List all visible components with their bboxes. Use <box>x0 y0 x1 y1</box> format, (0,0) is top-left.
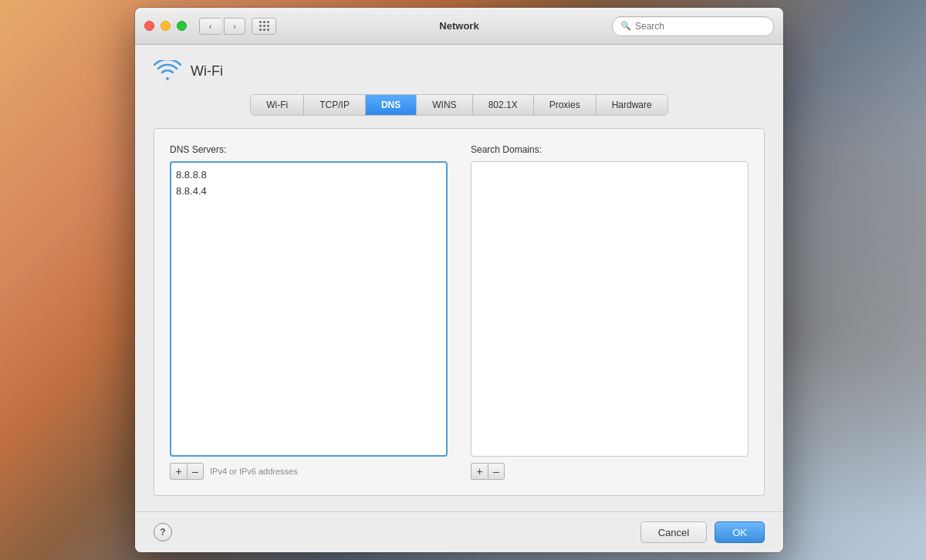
window-title: Network <box>439 20 478 32</box>
search-domains-list[interactable] <box>471 161 749 457</box>
tab-wifi[interactable]: Wi-Fi <box>251 95 304 115</box>
search-list-controls: + – <box>471 463 749 480</box>
tab-802-1x[interactable]: 802.1X <box>473 95 534 115</box>
grid-icon <box>259 21 269 31</box>
tab-dns[interactable]: DNS <box>366 95 417 115</box>
wifi-icon <box>154 60 181 82</box>
ok-button[interactable]: OK <box>715 521 765 543</box>
nav-buttons: ‹ › <box>199 18 245 35</box>
maximize-button[interactable] <box>177 21 187 31</box>
dns-panel: DNS Servers: 8.8.8.88.8.4.4 + – IPv4 or … <box>154 128 765 496</box>
network-window: ‹ › Network 🔍 <box>135 8 783 552</box>
grid-view-button[interactable] <box>252 18 276 35</box>
dns-remove-button[interactable]: – <box>187 463 204 480</box>
wifi-header: Wi-Fi <box>154 60 765 82</box>
dns-entry: 8.8.8.8 <box>176 167 441 184</box>
forward-button[interactable]: › <box>224 18 245 35</box>
back-button[interactable]: ‹ <box>199 18 221 35</box>
close-button[interactable] <box>144 21 154 31</box>
dns-servers-list[interactable]: 8.8.8.88.8.4.4 <box>170 161 448 457</box>
search-add-button[interactable]: + <box>471 463 488 480</box>
dns-servers-column: DNS Servers: 8.8.8.88.8.4.4 + – IPv4 or … <box>170 144 448 480</box>
dns-entry: 8.8.4.4 <box>176 184 441 200</box>
dns-servers-label: DNS Servers: <box>170 144 448 155</box>
main-content: Wi-Fi Wi-Fi TCP/IP DNS WINS 802.1X Proxi… <box>135 45 783 511</box>
traffic-lights <box>144 21 187 31</box>
tabs-row: Wi-Fi TCP/IP DNS WINS 802.1X Proxies Har… <box>250 94 667 116</box>
search-domains-column: Search Domains: + – <box>471 144 749 480</box>
dns-hint: IPv4 or IPv6 addresses <box>210 467 298 476</box>
wifi-name: Wi-Fi <box>191 63 223 79</box>
search-icon: 🔍 <box>620 21 631 31</box>
search-domains-label: Search Domains: <box>471 144 749 155</box>
dns-add-button[interactable]: + <box>170 463 187 480</box>
help-button[interactable]: ? <box>154 523 172 541</box>
bottom-bar: ? Cancel OK <box>135 511 783 552</box>
minimize-button[interactable] <box>161 21 171 31</box>
titlebar: ‹ › Network 🔍 <box>135 8 783 45</box>
tab-proxies[interactable]: Proxies <box>534 95 596 115</box>
action-buttons: Cancel OK <box>640 521 765 543</box>
search-box[interactable]: 🔍 <box>612 16 774 36</box>
tab-tcpip[interactable]: TCP/IP <box>304 95 366 115</box>
tab-hardware[interactable]: Hardware <box>596 95 667 115</box>
search-input[interactable] <box>635 21 765 32</box>
search-remove-button[interactable]: – <box>488 463 505 480</box>
tab-wins[interactable]: WINS <box>417 95 472 115</box>
dns-list-controls: + – IPv4 or IPv6 addresses <box>170 463 448 480</box>
cancel-button[interactable]: Cancel <box>640 521 707 543</box>
